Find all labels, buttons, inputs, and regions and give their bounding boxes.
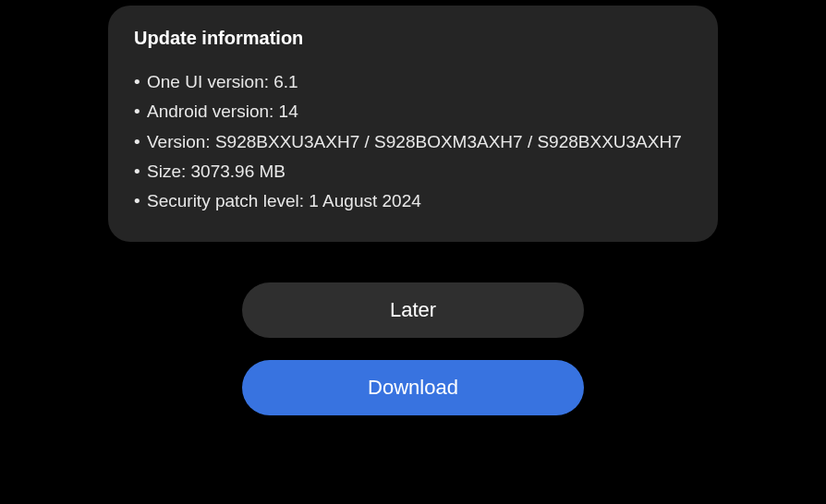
android-version: Android version: 14 [134,97,692,126]
build-version: Version: S928BXXU3AXH7 / S928BOXM3AXH7 /… [134,127,692,157]
update-size: Size: 3073.96 MB [134,157,692,186]
update-info-heading: Update information [134,28,692,49]
later-button[interactable]: Later [242,282,584,338]
button-container: Later Download [242,282,584,415]
security-patch-level: Security patch level: 1 August 2024 [134,186,692,216]
update-info-list: One UI version: 6.1 Android version: 14 … [134,67,692,216]
update-info-card: Update information One UI version: 6.1 A… [108,6,718,242]
one-ui-version: One UI version: 6.1 [134,67,692,97]
download-button[interactable]: Download [242,360,584,415]
